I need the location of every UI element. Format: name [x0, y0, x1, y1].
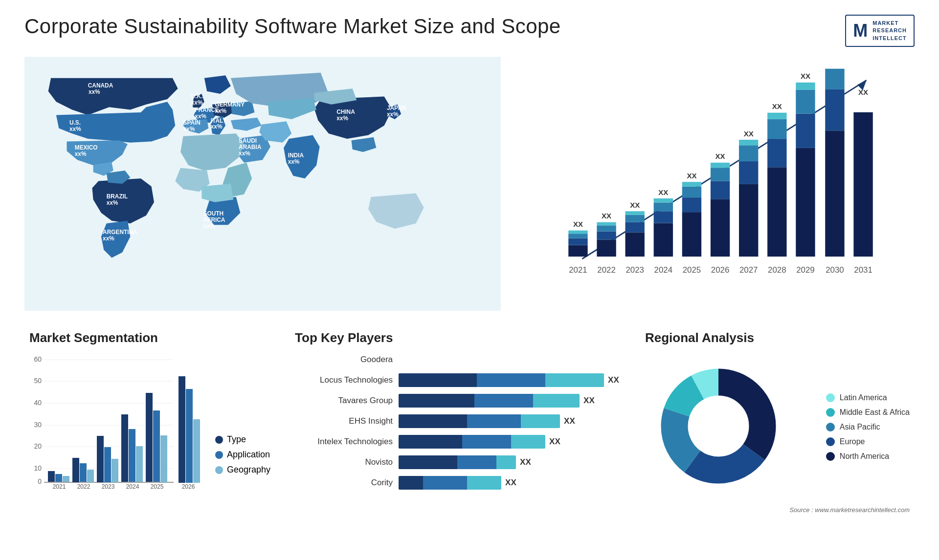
svg-rect-101	[193, 419, 200, 483]
donut-wrap: Latin America Middle East & Africa Asia …	[645, 353, 910, 501]
svg-rect-16	[625, 222, 644, 233]
svg-text:XX: XX	[630, 201, 640, 209]
player-novisto: Novisto XX	[295, 455, 621, 469]
svg-rect-22	[653, 211, 672, 223]
svg-text:2025: 2025	[151, 483, 164, 490]
svg-text:2031: 2031	[854, 265, 872, 275]
player-bar-tavares: XX	[399, 394, 621, 408]
svg-rect-29	[682, 187, 701, 198]
svg-rect-21	[653, 223, 672, 257]
svg-text:2028: 2028	[768, 265, 786, 275]
svg-text:10: 10	[34, 464, 42, 472]
svg-rect-36	[710, 163, 729, 168]
svg-text:2023: 2023	[102, 483, 115, 490]
svg-text:2026: 2026	[711, 265, 729, 275]
svg-rect-48	[767, 113, 786, 119]
label-latin-america: Latin America	[840, 393, 887, 402]
svg-rect-82	[72, 458, 79, 482]
us-value: xx%	[69, 126, 81, 132]
label-europe: Europe	[840, 437, 865, 446]
seg-legend: Type Application Geography	[215, 434, 270, 490]
svg-text:20: 20	[34, 442, 42, 450]
argentina-value: xx%	[103, 235, 114, 242]
world-map-container: CANADA xx% U.S. xx% MEXICO xx% BRAZIL xx…	[24, 57, 501, 311]
label-middle-east: Middle East & Africa	[840, 408, 910, 417]
svg-rect-88	[112, 459, 118, 482]
legend-middle-east: Middle East & Africa	[826, 408, 910, 417]
dot-europe	[826, 437, 835, 446]
svg-rect-100	[186, 389, 193, 483]
svg-rect-99	[179, 376, 185, 483]
legend-latin-america: Latin America	[826, 393, 910, 402]
argentina-label: ARGENTINA	[103, 229, 137, 236]
bar-intelex-seg1	[399, 435, 462, 449]
svg-rect-3	[568, 245, 587, 257]
bar-intelex-seg2	[462, 435, 511, 449]
donut-svg-wrap	[645, 353, 816, 501]
svg-rect-46	[767, 139, 786, 167]
page-container: Corporate Sustainability Software Market…	[0, 0, 939, 560]
growth-chart-container: 2021 XX 2022 XX 2023 XX	[515, 57, 915, 311]
svg-rect-58	[825, 89, 844, 130]
svg-rect-5	[568, 234, 587, 238]
legend-geography: Geography	[215, 465, 270, 475]
saudi-value: xx%	[239, 150, 250, 157]
player-value-ehs: XX	[564, 416, 575, 426]
player-name-goodera: Goodera	[295, 355, 393, 365]
spain-value: xx%	[183, 126, 195, 132]
svg-rect-61	[853, 112, 872, 257]
bar-cority-seg1	[399, 476, 423, 490]
svg-text:XX: XX	[772, 102, 782, 110]
svg-rect-11	[597, 225, 616, 231]
svg-text:2021: 2021	[53, 483, 66, 490]
svg-rect-59	[825, 69, 844, 89]
svg-rect-45	[767, 167, 786, 257]
china-label: CHINA	[336, 108, 355, 115]
svg-rect-33	[710, 199, 729, 257]
svg-text:2027: 2027	[739, 265, 758, 275]
svg-rect-28	[682, 197, 701, 212]
growth-chart-svg: 2021 XX 2022 XX 2023 XX	[520, 66, 910, 286]
svg-rect-4	[568, 238, 587, 245]
legend-europe: Europe	[826, 437, 910, 446]
svg-rect-17	[625, 215, 644, 222]
dot-asia-pacific	[826, 423, 835, 431]
bar-tavares	[399, 394, 580, 408]
source-text: Source : www.marketresearchintellect.com	[645, 506, 910, 514]
svg-rect-18	[625, 211, 644, 215]
svg-rect-54	[796, 83, 815, 90]
seg-content: 60 50 40 30 20 10 0	[29, 353, 270, 490]
svg-rect-57	[825, 130, 844, 257]
player-cority: Cority XX	[295, 476, 621, 490]
japan-label: JAPAN	[387, 105, 406, 111]
key-players-title: Top Key Players	[295, 330, 621, 345]
svg-text:XX: XX	[658, 188, 668, 196]
svg-text:XX: XX	[858, 88, 868, 96]
germany-value: xx%	[215, 108, 226, 114]
us-label: U.S.	[69, 119, 81, 126]
italy-value: xx%	[211, 124, 223, 130]
legend-geography-dot	[215, 466, 223, 474]
player-intelex: Intelex Technologies XX	[295, 435, 621, 449]
bottom-section: Market Segmentation 60 50 40 30 20 10 0	[24, 325, 915, 521]
svg-text:XX: XX	[687, 172, 696, 180]
spain-label: SPAIN	[183, 119, 201, 126]
player-tavares: Tavares Group XX	[295, 394, 621, 408]
page-title: Corporate Sustainability Software Market…	[24, 15, 561, 38]
market-segmentation: Market Segmentation 60 50 40 30 20 10 0	[24, 325, 275, 521]
bar-locus-seg1	[399, 373, 477, 387]
player-bar-cority: XX	[399, 476, 621, 490]
svg-rect-24	[653, 198, 672, 202]
svg-rect-42	[739, 140, 758, 145]
regional-analysis: Regional Analysis	[640, 325, 915, 521]
bar-novisto-seg3	[496, 455, 516, 469]
bar-novisto-seg1	[399, 455, 457, 469]
china-value: xx%	[336, 115, 348, 122]
seg-chart-svg: 60 50 40 30 20 10 0	[29, 353, 176, 490]
bar-ehs-seg2	[467, 414, 521, 428]
bar-ehs-seg3	[521, 414, 560, 428]
svg-text:2024: 2024	[654, 265, 672, 275]
svg-rect-39	[739, 184, 758, 257]
germany-label: GERMANY	[215, 101, 245, 108]
legend-application-dot	[215, 451, 223, 459]
